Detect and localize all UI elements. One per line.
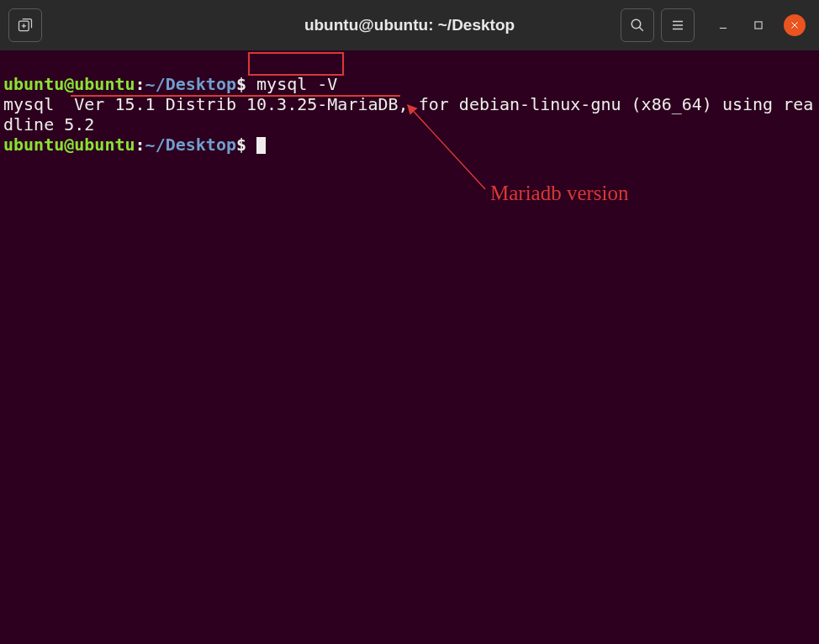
new-tab-icon (17, 17, 34, 34)
svg-line-4 (639, 27, 643, 31)
prompt-path: ~/Desktop (145, 135, 236, 155)
svg-point-3 (631, 19, 641, 29)
minimize-button[interactable] (713, 15, 733, 35)
search-button[interactable] (621, 8, 654, 42)
annotation-label: Mariadb version (490, 182, 629, 205)
maximize-icon (753, 19, 764, 31)
empty-command (246, 135, 256, 155)
window-title: ubuntu@ubuntu: ~/Desktop (304, 16, 515, 34)
prompt-user: ubuntu@ubuntu (3, 135, 135, 155)
prompt-path: ~/Desktop (145, 74, 236, 94)
new-tab-button[interactable] (8, 8, 42, 42)
menu-button[interactable] (661, 8, 695, 42)
maximize-button[interactable] (748, 15, 769, 35)
close-button[interactable] (784, 14, 806, 36)
hamburger-icon (670, 18, 685, 33)
titlebar: ubuntu@ubuntu: ~/Desktop (0, 0, 819, 50)
terminal-body[interactable]: ubuntu@ubuntu:~/Desktop$ mysql -Vmysql V… (0, 50, 819, 178)
svg-rect-9 (755, 22, 762, 29)
prompt-dollar: $ (236, 135, 246, 155)
search-icon (630, 18, 645, 33)
window-controls (713, 14, 806, 36)
minimize-icon (717, 19, 729, 31)
prompt-colon: : (135, 135, 145, 155)
output-line: mysql Ver 15.1 Distrib 10.3.25-MariaDB, … (3, 94, 816, 135)
close-icon (790, 20, 800, 30)
terminal-line: ubuntu@ubuntu:~/Desktop$ mysql -V (3, 74, 816, 94)
titlebar-right-controls (621, 8, 811, 42)
prompt-colon: : (135, 74, 145, 94)
prompt-user: ubuntu@ubuntu (3, 74, 135, 94)
prompt-dollar: $ (236, 74, 246, 94)
command-text: mysql -V (246, 74, 337, 94)
cursor (256, 137, 266, 154)
terminal-line: ubuntu@ubuntu:~/Desktop$ (3, 135, 816, 155)
